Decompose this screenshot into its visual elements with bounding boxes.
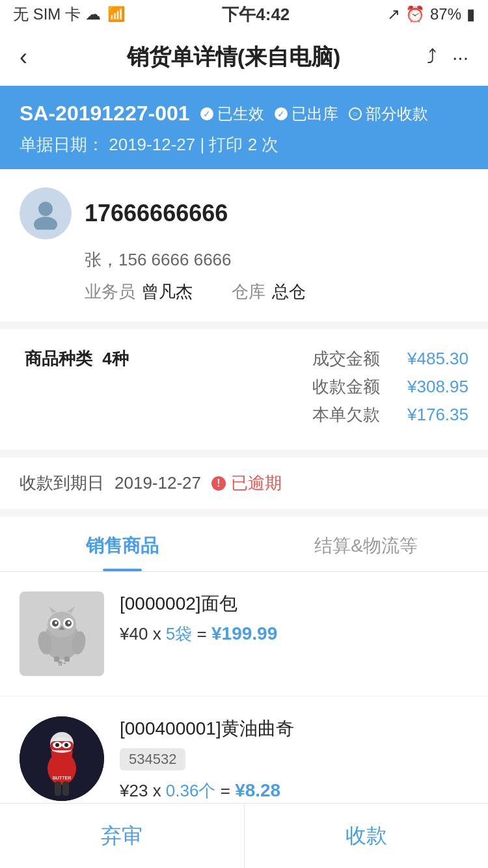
collect-payment-button[interactable]: 收款 bbox=[245, 804, 489, 868]
due-row: 本单欠款 ¥176.35 bbox=[312, 403, 468, 426]
status-partial: ○ 部分收款 bbox=[349, 103, 428, 124]
summary-section: 商品种类 4种 成交金额 ¥485.30 收款金额 ¥308.95 本单欠款 ¥… bbox=[0, 329, 488, 450]
overdue-badge: ! 已逾期 bbox=[211, 472, 282, 495]
overdue-icon: ! bbox=[211, 476, 226, 491]
deal-value: ¥485.30 bbox=[390, 349, 468, 369]
price-qty-2: 0.36个 bbox=[166, 781, 216, 800]
product-price-1: ¥40 x 5袋 = ¥199.99 bbox=[120, 623, 468, 645]
svg-point-0 bbox=[38, 202, 53, 216]
share-button[interactable]: ⤴ bbox=[427, 46, 437, 68]
customer-section: 17666666666 张，156 6666 6666 业务员 曾凡杰 仓库 总… bbox=[0, 169, 488, 321]
back-button[interactable]: ‹ bbox=[20, 44, 40, 71]
svg-point-9 bbox=[55, 621, 57, 624]
price-base-1: ¥40 bbox=[120, 624, 148, 644]
banner-row1: SA-20191227-001 ✓ 已生效 ✓ 已出库 ○ 部分收款 bbox=[20, 102, 468, 126]
product-price-2: ¥23 x 0.36个 = ¥8.28 bbox=[120, 780, 468, 802]
sim-status: 无 SIM 卡 ☁ bbox=[13, 4, 101, 25]
product-info-1: [0000002]面包 ¥40 x 5袋 = ¥199.99 bbox=[120, 591, 468, 645]
product-list: 鲁+ [0000002]面包 ¥40 x 5袋 = ¥199.99 bbox=[0, 572, 488, 822]
nav-bar: ‹ 销货单详情(来自电脑) ⤴ ··· bbox=[0, 29, 488, 86]
svg-rect-28 bbox=[55, 781, 61, 796]
status-effected: ✓ 已生效 bbox=[200, 103, 264, 124]
status-shipped: ✓ 已出库 bbox=[275, 103, 338, 124]
status-effected-label: 已生效 bbox=[217, 103, 264, 124]
deal-label: 成交金额 bbox=[312, 347, 380, 370]
alarm-icon: ⏰ bbox=[405, 5, 425, 23]
due-date-value: 2019-12-27 bbox=[115, 473, 201, 493]
svg-rect-29 bbox=[62, 781, 69, 796]
svg-point-1 bbox=[34, 217, 57, 230]
cancel-review-button[interactable]: 弃审 bbox=[0, 804, 245, 868]
due-label: 本单欠款 bbox=[312, 403, 380, 426]
product-info-2: [000400001]黄油曲奇 534532 ¥23 x 0.36个 = ¥8.… bbox=[120, 716, 468, 802]
received-label: 收款金额 bbox=[312, 375, 380, 398]
product-thumbnail-1: 鲁+ bbox=[20, 591, 104, 676]
svg-text:BUTTER: BUTTER bbox=[53, 776, 71, 780]
status-partial-label: 部分收款 bbox=[366, 103, 428, 124]
price-total-2: ¥8.28 bbox=[235, 780, 280, 800]
product-name-2: [000400001]黄油曲奇 bbox=[120, 716, 468, 741]
warehouse-meta: 仓库 总仓 bbox=[232, 280, 306, 303]
price-eq-1: = bbox=[197, 624, 211, 644]
received-value: ¥308.95 bbox=[390, 377, 468, 397]
avatar bbox=[20, 187, 72, 239]
product-types: 商品种类 4种 bbox=[20, 347, 129, 370]
customer-contact: 张，156 6666 6666 bbox=[85, 249, 468, 271]
due-date-section: 收款到期日 2019-12-27 ! 已逾期 bbox=[0, 457, 488, 509]
print-info: | 打印 2 次 bbox=[200, 135, 278, 154]
nav-actions: ⤴ ··· bbox=[427, 46, 468, 68]
wifi-icon: 📶 bbox=[107, 6, 125, 23]
order-date: 2019-12-27 bbox=[109, 135, 195, 154]
svg-point-27 bbox=[64, 743, 68, 747]
check-icon-2: ✓ bbox=[275, 107, 288, 120]
price-x-1: x bbox=[153, 624, 166, 644]
more-button[interactable]: ··· bbox=[452, 46, 468, 68]
overdue-text: 已逾期 bbox=[231, 472, 282, 495]
status-right: ↗ ⏰ 87% ▮ bbox=[387, 5, 475, 23]
type-value: 4种 bbox=[102, 349, 128, 368]
product-name-1: [0000002]面包 bbox=[120, 591, 468, 616]
price-eq-2: = bbox=[221, 781, 235, 800]
summary-left: 商品种类 4种 bbox=[20, 347, 129, 370]
tabs-section: 销售商品 结算&物流等 bbox=[0, 517, 488, 572]
svg-text:鲁+: 鲁+ bbox=[58, 660, 66, 666]
battery-level: 87% bbox=[430, 5, 461, 23]
date-label: 单据日期： bbox=[20, 135, 104, 154]
tab-sales-products[interactable]: 销售商品 bbox=[0, 517, 244, 571]
received-row: 收款金额 ¥308.95 bbox=[312, 375, 468, 398]
customer-meta: 业务员 曾凡杰 仓库 总仓 bbox=[85, 280, 468, 303]
customer-id: 17666666666 bbox=[85, 200, 228, 227]
warehouse-label: 仓库 bbox=[232, 280, 265, 303]
clock-icon: ○ bbox=[349, 107, 362, 120]
due-date-label: 收款到期日 bbox=[20, 472, 104, 495]
banner-date-row: 单据日期： 2019-12-27 | 打印 2 次 bbox=[20, 133, 468, 156]
customer-row: 17666666666 bbox=[20, 187, 468, 239]
status-time: 下午4:42 bbox=[222, 3, 290, 26]
bottom-bar: 弃审 收款 bbox=[0, 803, 488, 868]
status-left: 无 SIM 卡 ☁ 📶 bbox=[13, 4, 125, 25]
sales-meta: 业务员 曾凡杰 bbox=[85, 280, 193, 303]
sales-value: 曾凡杰 bbox=[142, 280, 193, 303]
tab-settlement[interactable]: 结算&物流等 bbox=[244, 517, 488, 571]
battery-icon: ▮ bbox=[467, 5, 475, 23]
price-qty-1: 5袋 bbox=[166, 624, 192, 644]
order-header-banner: SA-20191227-001 ✓ 已生效 ✓ 已出库 ○ 部分收款 单据日期：… bbox=[0, 86, 488, 169]
deal-row: 成交金额 ¥485.30 bbox=[312, 347, 468, 370]
list-item: 鲁+ [0000002]面包 ¥40 x 5袋 = ¥199.99 bbox=[0, 572, 488, 696]
page-title: 销货单详情(来自电脑) bbox=[40, 42, 427, 72]
order-id: SA-20191227-001 bbox=[20, 102, 190, 126]
type-label: 商品种类 bbox=[25, 349, 92, 368]
status-bar: 无 SIM 卡 ☁ 📶 下午4:42 ↗ ⏰ 87% ▮ bbox=[0, 0, 488, 29]
price-x-2: x bbox=[153, 781, 166, 800]
check-icon-1: ✓ bbox=[200, 107, 213, 120]
location-icon: ↗ bbox=[387, 5, 400, 23]
status-shipped-label: 已出库 bbox=[291, 103, 338, 124]
sales-label: 业务员 bbox=[85, 280, 135, 303]
price-base-2: ¥23 bbox=[120, 781, 148, 800]
summary-right: 成交金额 ¥485.30 收款金额 ¥308.95 本单欠款 ¥176.35 bbox=[312, 347, 468, 431]
svg-point-10 bbox=[68, 621, 70, 624]
due-value: ¥176.35 bbox=[390, 405, 468, 425]
product-tag-2: 534532 bbox=[120, 748, 185, 770]
warehouse-value: 总仓 bbox=[272, 280, 306, 303]
svg-point-26 bbox=[55, 743, 59, 747]
